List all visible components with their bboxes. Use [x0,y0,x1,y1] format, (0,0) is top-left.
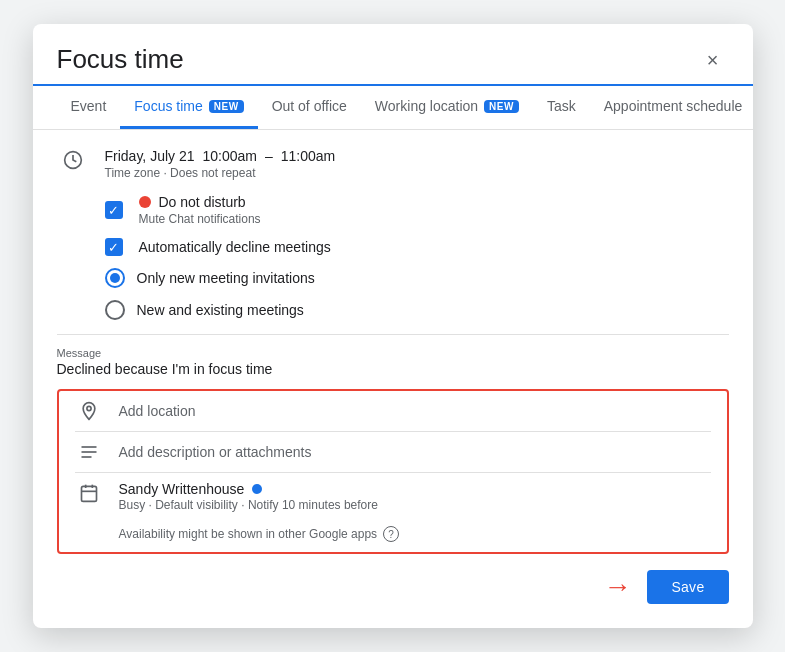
radio-new-existing[interactable]: New and existing meetings [105,294,753,326]
event-date-sub: Time zone · Does not repeat [105,166,729,180]
location-row[interactable]: Add location [59,391,727,431]
description-placeholder: Add description or attachments [119,444,312,460]
calendar-name: Sandy Writtenhouse [119,481,245,497]
dialog-title: Focus time [57,44,184,75]
tab-bar: Event Focus time NEW Out of office Worki… [33,86,753,130]
tab-task[interactable]: Task [533,86,590,129]
tab-appointment-schedule[interactable]: Appointment schedule [590,86,757,129]
svg-rect-5 [81,486,96,501]
event-dialog: Focus time × Event Focus time NEW Out of… [33,24,753,628]
dnd-sub: Mute Chat notifications [139,212,261,226]
dnd-row: ✓ Do not disturb Mute Chat notifications [33,188,753,232]
message-section: Message Declined because I'm in focus ti… [33,343,753,385]
date-time-row: Friday, July 21 10:00am – 11:00am Time z… [33,140,753,188]
event-time-end: 11:00am [281,148,335,164]
message-text: Declined because I'm in focus time [57,361,729,377]
section-divider [57,334,729,335]
radio-only-new[interactable]: Only new meeting invitations [105,262,753,294]
time-dash: – [265,148,273,164]
description-row[interactable]: Add description or attachments [59,432,727,472]
availability-row: Availability might be shown in other Goo… [59,520,727,552]
calendar-row: Sandy Writtenhouse Busy · Default visibi… [59,473,727,520]
calendar-sub: Busy · Default visibility · Notify 10 mi… [119,498,378,512]
dnd-label: Do not disturb [139,194,261,210]
highlight-section: Add location Add description or attachme… [57,389,729,554]
dnd-checkbox[interactable]: ✓ [105,201,123,219]
auto-decline-row: ✓ Automatically decline meetings [33,232,753,262]
tab-focus-time[interactable]: Focus time NEW [120,86,257,129]
tab-task-label: Task [547,98,576,114]
clock-icon [57,148,89,170]
availability-text: Availability might be shown in other Goo… [119,527,378,541]
dnd-label-text: Do not disturb [159,194,246,210]
calendar-color-dot [252,484,262,494]
radio-new-existing-outer [105,300,125,320]
tab-working-location[interactable]: Working location NEW [361,86,533,129]
dialog-header: Focus time × [33,24,753,86]
description-icon [75,442,103,462]
tab-event[interactable]: Event [57,86,121,129]
radio-only-new-label: Only new meeting invitations [137,270,315,286]
tab-working-location-label: Working location [375,98,478,114]
tab-event-label: Event [71,98,107,114]
radio-new-existing-label: New and existing meetings [137,302,304,318]
message-label: Message [57,347,729,359]
tab-out-of-office-label: Out of office [272,98,347,114]
event-date: Friday, July 21 [105,148,195,164]
radio-options: Only new meeting invitations New and exi… [33,262,753,326]
radio-only-new-outer [105,268,125,288]
save-arrow-hint: → [603,571,631,603]
location-placeholder: Add location [119,403,196,419]
working-location-badge: NEW [484,100,519,113]
tab-focus-time-label: Focus time [134,98,202,114]
auto-decline-label: Automatically decline meetings [139,239,331,255]
event-time-start: 10:00am [203,148,257,164]
close-button[interactable]: × [697,44,729,76]
arrow-right-icon: → [603,571,631,603]
dnd-dot [139,196,151,208]
tab-out-of-office[interactable]: Out of office [258,86,361,129]
calendar-icon [75,481,103,503]
save-button[interactable]: Save [647,570,728,604]
help-icon[interactable]: ? [383,526,399,542]
location-icon [75,401,103,421]
tab-appointment-schedule-label: Appointment schedule [604,98,743,114]
calendar-name-row: Sandy Writtenhouse [119,481,378,497]
focus-time-badge: NEW [209,100,244,113]
svg-point-1 [86,406,90,410]
auto-decline-checkbox[interactable]: ✓ [105,238,123,256]
dialog-content: Friday, July 21 10:00am – 11:00am Time z… [33,140,753,612]
dialog-footer: → Save [33,558,753,612]
radio-only-new-inner [110,273,120,283]
